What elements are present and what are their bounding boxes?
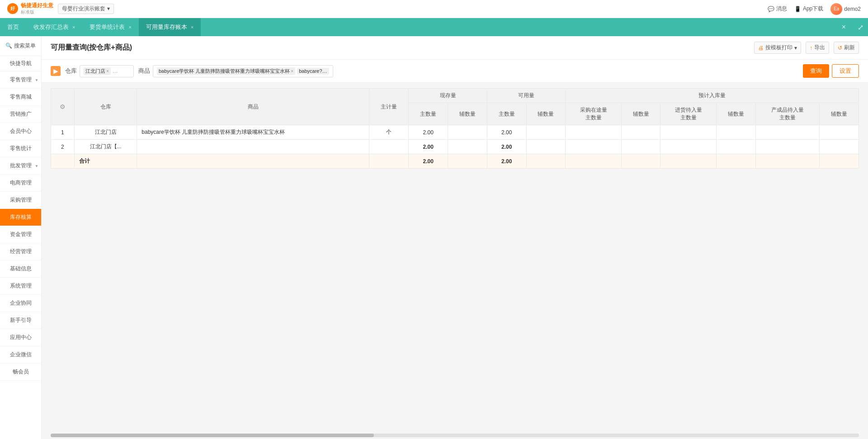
refresh-btn[interactable]: ↺ 刷新 [834, 42, 859, 54]
th-product: 商品 [137, 89, 369, 125]
quick-nav-btn[interactable]: 快捷导航 [0, 56, 41, 71]
th-available: 可用量 [487, 89, 566, 103]
product-filter-label: 商品 [138, 67, 150, 75]
settings-btn[interactable]: 设置 [832, 64, 859, 78]
search-menu-btn[interactable]: 🔍 搜索菜单 [4, 40, 38, 52]
tab-order[interactable]: 要货单统计表 × [82, 18, 138, 36]
sidebar-item-label: 零售管理 [10, 76, 32, 84]
tab-receipt-label: 收发存汇总表 [33, 23, 69, 31]
user-area[interactable]: Ea demo2 [830, 3, 861, 15]
logo-text-area: 畅捷通好生意 标准版 [21, 2, 53, 15]
horizontal-scrollbar[interactable] [51, 434, 859, 437]
th-warehouse: 仓库 [74, 89, 137, 125]
refresh-icon: ↺ [838, 45, 842, 51]
app-download-btn[interactable]: 📱 App下载 [794, 5, 823, 13]
sidebar-item-inventory[interactable]: 库存核算 [0, 209, 41, 226]
sidebar-item-purchase[interactable]: 采购管理 [0, 192, 41, 209]
total-production-main [755, 154, 820, 169]
export-label: 导出 [814, 44, 825, 52]
tab-home-label: 首页 [7, 23, 19, 31]
cell-production-aux-2 [820, 140, 859, 154]
product-tag-1-close[interactable]: × [291, 69, 293, 74]
expand-icon[interactable]: ⤢ [853, 23, 868, 32]
logo-text: 畅捷通好生意 [21, 2, 53, 9]
table-row: 2 江北门店【... 2.00 2.00 [51, 140, 859, 154]
warehouse-tag-value: 江北门店 [85, 68, 105, 75]
tab-order-close[interactable]: × [128, 24, 131, 30]
warehouse-tag-close[interactable]: × [106, 69, 109, 74]
content-area: 可用量查询(按仓库+商品) 🖨 按模板打印 ▾ ↑ 导出 ↺ 刷新 ▶ [42, 36, 868, 439]
tab-available-close[interactable]: × [191, 24, 193, 30]
total-production-aux [820, 154, 859, 169]
top-bar-left: 好 畅捷通好生意 标准版 母婴行业演示账套 ▾ [7, 2, 114, 15]
query-btn[interactable]: 查询 [803, 64, 829, 78]
sidebar-item-operations[interactable]: 经营管理 [0, 243, 41, 260]
table-row: 1 江北门店 babycare学饮杯 儿童防摔防撞吸管杯重力球吸嘴杯宝宝水杯 个… [51, 125, 859, 140]
th-purchase-aux: 辅数量 [621, 103, 660, 125]
table-container: ⚙ 仓库 商品 主计量 现存量 可用量 预计入库量 主数量 辅数量 主数量 辅数… [42, 83, 868, 432]
industry-selector[interactable]: 母婴行业演示账套 ▾ [58, 4, 114, 14]
sidebar-item-finance[interactable]: 资金管理 [0, 226, 41, 243]
sidebar-item-app-center[interactable]: 应用中心 [0, 329, 41, 346]
message-btn[interactable]: 💬 消息 [768, 5, 787, 13]
cell-stock-aux-1 [448, 125, 487, 140]
sidebar-item-marketing[interactable]: 营销推广 [0, 106, 41, 123]
print-btn[interactable]: 🖨 按模板打印 ▾ [754, 42, 801, 54]
product-tag-1: babycare学饮杯 儿童防摔防撞吸管杯重力球吸嘴杯宝宝水杯 × [157, 67, 295, 75]
total-row: 合计 2.00 2.00 [51, 154, 859, 169]
industry-label: 母婴行业演示账套 [62, 5, 105, 13]
sidebar-item-retail-mgmt[interactable]: 零售管理 [0, 71, 41, 89]
sidebar-item-retail-mall[interactable]: 零售商城 [0, 89, 41, 106]
warehouse-input[interactable]: 江北门店 × … [80, 65, 134, 77]
page-header: 可用量查询(按仓库+商品) 🖨 按模板打印 ▾ ↑ 导出 ↺ 刷新 [42, 36, 868, 60]
export-icon: ↑ [810, 45, 812, 51]
total-empty-3 [369, 154, 409, 169]
sidebar-item-label: 应用中心 [10, 334, 32, 341]
sidebar-item-ecommerce[interactable]: 电商管理 [0, 175, 41, 192]
cell-serial-2: 2 [51, 140, 75, 154]
sidebar-item-enterprise-wechat[interactable]: 企业微信 [0, 346, 41, 363]
sidebar-item-newbie[interactable]: 新手引导 [0, 312, 41, 329]
total-stock-aux [448, 154, 487, 169]
sidebar-item-member[interactable]: 会员中心 [0, 123, 41, 140]
close-all-tabs[interactable]: × [835, 23, 853, 31]
cell-production-main-1 [755, 125, 820, 140]
export-btn[interactable]: ↑ 导出 [806, 42, 829, 54]
sidebar-item-enterprise[interactable]: 企业协同 [0, 295, 41, 312]
filter-toggle-btn[interactable]: ▶ [51, 66, 61, 76]
total-stock-main: 2.00 [409, 154, 448, 169]
total-incoming-aux [716, 154, 755, 169]
tab-receipt-close[interactable]: × [72, 24, 75, 30]
sidebar-item-label: 基础信息 [10, 265, 32, 273]
sidebar-item-label: 零售商城 [10, 93, 32, 101]
sidebar-item-label: 资金管理 [10, 231, 32, 238]
th-avail-main-qty: 主数量 [487, 103, 526, 125]
table-settings-icon[interactable]: ⚙ [60, 103, 66, 110]
product-input[interactable]: babycare学饮杯 儿童防摔防撞吸管杯重力球吸嘴杯宝宝水杯 × babyca… [153, 65, 333, 77]
top-bar-right: 💬 消息 📱 App下载 Ea demo2 [768, 3, 861, 15]
cell-warehouse-2: 江北门店【... [74, 140, 137, 154]
message-icon: 💬 [768, 6, 774, 12]
cell-unit-2 [369, 140, 409, 154]
total-purchase-aux [621, 154, 660, 169]
tab-home[interactable]: 首页 [0, 18, 26, 36]
tab-order-label: 要货单统计表 [90, 23, 125, 31]
page-title: 可用量查询(按仓库+商品) [51, 43, 132, 58]
cell-production-aux-1 [820, 125, 859, 140]
warehouse-more[interactable]: … [113, 68, 118, 74]
tab-available[interactable]: 可用量库存账本 × [139, 18, 201, 36]
sidebar-item-wholesale-mgmt[interactable]: 批发管理 [0, 157, 41, 175]
total-purchase-main [566, 154, 621, 169]
cell-incoming-aux-2 [716, 140, 755, 154]
th-settings[interactable]: ⚙ [51, 89, 75, 125]
product-tag-2-value: babycare?… [299, 68, 327, 74]
sidebar-item-basic-info[interactable]: 基础信息 [0, 260, 41, 278]
scrollbar-thumb[interactable] [51, 434, 374, 437]
cell-avail-main-1: 2.00 [487, 125, 526, 140]
sidebar-item-system[interactable]: 系统管理 [0, 278, 41, 295]
sidebar-item-retail-stat[interactable]: 零售统计 [0, 140, 41, 157]
tab-receipt[interactable]: 收发存汇总表 × [26, 18, 82, 36]
sidebar-item-member2[interactable]: 畅会员 [0, 363, 41, 381]
warehouse-filter-group: 仓库 江北门店 × … [65, 65, 134, 77]
logo-area: 好 畅捷通好生意 标准版 [7, 2, 53, 15]
